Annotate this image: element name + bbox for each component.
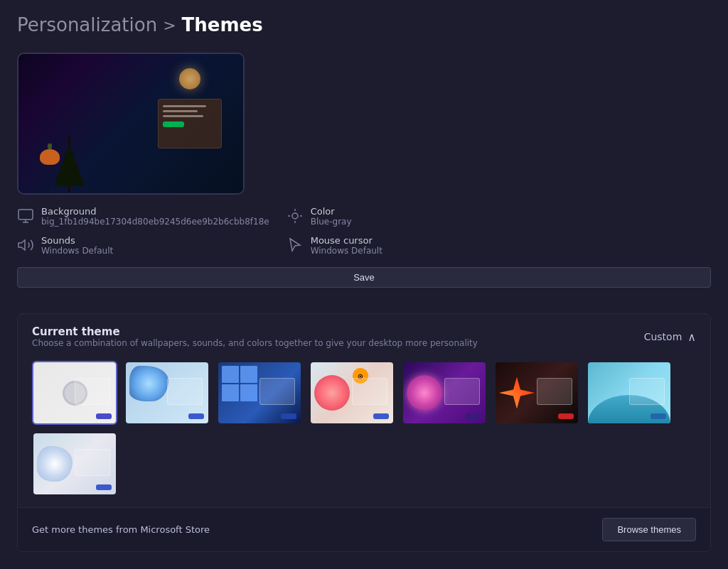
mouse-text: Mouse cursor Windows Default bbox=[311, 235, 382, 256]
color-label: Color bbox=[311, 206, 352, 217]
theme-6-window bbox=[629, 378, 665, 405]
theme-card-windows-dark[interactable] bbox=[217, 361, 302, 425]
theme-2-quad-3 bbox=[222, 384, 239, 401]
background-value: big_1fb1d94be17304d80eb9245d6ee9b2b6cbb8… bbox=[41, 217, 269, 227]
chevron-up-icon: ∧ bbox=[687, 330, 696, 344]
sounds-icon bbox=[17, 237, 34, 254]
theme-4-badge bbox=[466, 413, 481, 419]
theme-7-flower bbox=[37, 446, 73, 482]
themes-footer: Get more themes from Microsoft Store Bro… bbox=[18, 507, 710, 551]
save-button[interactable]: Save bbox=[17, 267, 711, 288]
background-label: Background bbox=[41, 206, 269, 217]
preview-section: Background big_1fb1d94be17304d80eb9245d6… bbox=[17, 53, 711, 302]
theme-0-window bbox=[75, 378, 110, 405]
store-promo-text: Get more themes from Microsoft Store bbox=[32, 524, 210, 535]
theme-1-badge bbox=[188, 413, 204, 419]
preview-window bbox=[158, 99, 222, 148]
theme-card-flowing[interactable] bbox=[587, 361, 672, 425]
preview-button-mock bbox=[163, 121, 184, 127]
background-info[interactable]: Background big_1fb1d94be17304d80eb9245d6… bbox=[17, 206, 269, 227]
sounds-value: Windows Default bbox=[41, 246, 113, 256]
theme-7-window bbox=[75, 449, 110, 476]
mouse-info[interactable]: Mouse cursor Windows Default bbox=[287, 235, 444, 256]
themes-grid: ⊙ bbox=[32, 361, 696, 496]
preview-line-3 bbox=[163, 115, 203, 117]
preview-line-2 bbox=[163, 110, 198, 112]
theme-3-badge bbox=[373, 413, 389, 419]
preview-pumpkin bbox=[40, 149, 60, 165]
theme-card-bloom[interactable]: ⊙ bbox=[309, 361, 395, 425]
theme-6-badge bbox=[651, 413, 666, 419]
theme-5-window bbox=[537, 378, 572, 405]
mouse-label: Mouse cursor bbox=[311, 235, 382, 246]
theme-0-badge bbox=[96, 413, 112, 419]
theme-3-window bbox=[352, 378, 387, 405]
theme-card-windows-light[interactable] bbox=[32, 361, 117, 425]
svg-point-1 bbox=[292, 213, 298, 219]
sounds-info[interactable]: Sounds Windows Default bbox=[17, 235, 269, 256]
themes-panel-title: Current theme bbox=[32, 325, 478, 338]
theme-3-flower bbox=[314, 375, 350, 411]
themes-grid-container: ⊙ bbox=[18, 355, 710, 507]
preview-tree bbox=[68, 136, 70, 193]
mouse-cursor-icon bbox=[287, 237, 304, 254]
preview-moon bbox=[179, 68, 200, 90]
page-title: Themes bbox=[182, 14, 263, 36]
color-info[interactable]: Color Blue-gray bbox=[287, 206, 444, 227]
theme-2-quad-1 bbox=[222, 366, 239, 383]
sounds-label: Sounds bbox=[41, 235, 113, 246]
background-icon bbox=[17, 207, 34, 224]
themes-panel: Current theme Choose a combination of wa… bbox=[17, 313, 711, 552]
theme-card-glow[interactable] bbox=[494, 361, 579, 425]
color-text: Color Blue-gray bbox=[311, 206, 352, 227]
theme-7-badge bbox=[96, 484, 112, 490]
color-value: Blue-gray bbox=[311, 217, 352, 227]
theme-2-quad-4 bbox=[240, 384, 257, 401]
theme-card-windows[interactable] bbox=[124, 361, 210, 425]
theme-2-badge bbox=[281, 413, 296, 419]
theme-4-glow bbox=[407, 375, 442, 411]
themes-expand-toggle[interactable]: Custom ∧ bbox=[644, 330, 696, 344]
breadcrumb-separator: > bbox=[163, 16, 176, 34]
settings-page: Personalization > Themes bbox=[0, 0, 728, 569]
theme-card-captured-motion[interactable] bbox=[402, 361, 487, 425]
themes-header: Current theme Choose a combination of wa… bbox=[18, 314, 710, 355]
theme-2-quad-2 bbox=[240, 366, 257, 383]
mouse-value: Windows Default bbox=[311, 246, 382, 256]
theme-preview-image bbox=[17, 53, 245, 195]
theme-info-grid: Background big_1fb1d94be17304d80eb9245d6… bbox=[17, 206, 444, 256]
breadcrumb-parent[interactable]: Personalization bbox=[17, 14, 157, 36]
theme-2-win-logo bbox=[222, 366, 257, 401]
theme-5-flower bbox=[499, 377, 535, 409]
themes-header-left: Current theme Choose a combination of wa… bbox=[32, 325, 478, 348]
theme-1-flower bbox=[129, 366, 168, 401]
theme-4-window bbox=[444, 378, 480, 405]
theme-card-sunrise[interactable] bbox=[32, 432, 117, 496]
sounds-text: Sounds Windows Default bbox=[41, 235, 113, 256]
themes-panel-subtitle: Choose a combination of wallpapers, soun… bbox=[32, 338, 478, 348]
theme-2-window bbox=[259, 378, 295, 405]
background-text: Background big_1fb1d94be17304d80eb9245d6… bbox=[41, 206, 269, 227]
svg-rect-0 bbox=[18, 210, 33, 220]
current-theme-label: Custom bbox=[644, 331, 682, 342]
color-icon bbox=[287, 207, 304, 224]
preview-line-1 bbox=[163, 105, 206, 107]
breadcrumb: Personalization > Themes bbox=[17, 14, 711, 36]
theme-1-window bbox=[167, 378, 203, 405]
theme-5-badge bbox=[558, 413, 574, 419]
browse-themes-button[interactable]: Browse themes bbox=[602, 518, 696, 541]
